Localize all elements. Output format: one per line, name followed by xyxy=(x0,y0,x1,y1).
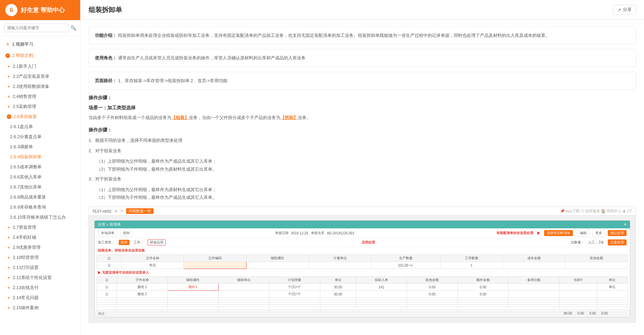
disassembly-term: 【拆卸】 xyxy=(280,115,298,120)
sidebar-item-finance[interactable]: ＋ 2.7资金管理 xyxy=(0,222,80,232)
sidebar-item-label: 2.2产品安装及登录 xyxy=(13,73,49,79)
sidebar-item-help-docs[interactable]: － 2.帮助文档 xyxy=(0,50,80,61)
td-cost-amt xyxy=(503,262,565,269)
total-val4: 0.00 xyxy=(601,312,608,316)
sidebar-item-other-out[interactable]: 2.6.7其他出库单 xyxy=(0,182,80,192)
nav-section-help-docs: － 2.帮助文档 ＋ 2.1新手入门 ＋ 2.2产品安装及登录 ＋ 2.3使用前… xyxy=(0,50,80,313)
sidebar-header: 6 好生意 帮助中心 xyxy=(0,0,80,20)
sidebar-item-cost-recalc[interactable]: 2.6.8商品成本重算 xyxy=(0,192,80,202)
th-unit: 计量单位 xyxy=(309,255,371,262)
step2: 2、对于组装业务 xyxy=(89,147,636,155)
sidebar-item-print[interactable]: ＋ 2.11打印设置 xyxy=(0,263,80,273)
annot-nofixed-label: 无固定清单可在组织在这里录入 xyxy=(102,270,149,275)
sidebar-item-data-prep[interactable]: ＋ 2.3使用前数据准备 xyxy=(0,81,80,92)
th-other-amt2: 其他金额 xyxy=(407,277,458,284)
sidebar-item-label: 1.视频学习 xyxy=(12,41,33,47)
th-extra-amt: 额外金额 xyxy=(458,277,508,284)
search-icon[interactable]: 🔍 xyxy=(70,25,76,31)
app-window: 自营 > 新增单 ✕ 本地清单 拆卸 单据日期 2019-12-26 单据仓库 … xyxy=(94,220,630,318)
sidebar-item-custom[interactable]: ＋ 2.12系统个性化设置 xyxy=(0,273,80,283)
inventory-subitems: 2.6.1盘点单 2.6.2分量盘点单 2.6.3调拨单 2.6.4组装拆卸单 … xyxy=(0,122,80,222)
dropdown-icon: ▼ xyxy=(114,209,118,213)
sidebar-item-transfer[interactable]: 2.6.3调拨单 xyxy=(0,142,80,152)
btn-apply[interactable]: 立案处理 xyxy=(608,239,627,245)
help-docs-subnav: ＋ 2.1新手入门 ＋ 2.2产品安装及登录 ＋ 2.3使用前数据准备 ＋ 2.… xyxy=(0,61,80,313)
search-input[interactable] xyxy=(4,23,68,32)
td-reserve xyxy=(508,284,559,291)
td-reserve2 xyxy=(508,291,559,298)
sidebar-item-inventory-check[interactable]: 2.6.1盘点单 xyxy=(0,122,80,132)
proc-value[interactable]: 拼凑品用 xyxy=(148,239,166,245)
step1: 1、根据不同的业务，选择不同单据的类型来处理 xyxy=(89,136,636,144)
scenario1-intro: 当由多个子件材料组装成一个成品的业务为【组装】业务，当由一个父件拆分成多个子产品… xyxy=(89,114,636,121)
sidebar-item-video-learning[interactable]: ＋ 1.视频学习 xyxy=(0,39,80,50)
page-title: 组装拆卸单 xyxy=(89,5,122,14)
sidebar-item-payment[interactable]: ＋ 2.13在线支付 xyxy=(0,283,80,293)
sidebar-item-inventory[interactable]: － 2.6库存核算 xyxy=(0,112,80,122)
step3: 3、对于拆装业务 xyxy=(89,175,636,183)
plus-icon: ＋ xyxy=(7,235,11,240)
sidebar-item-ledger-query[interactable]: 2.6.9库存账本查询 xyxy=(0,202,80,212)
sidebar-item-partial-check[interactable]: 2.6.2分量盘点单 xyxy=(0,132,80,142)
td-aux-attr xyxy=(246,262,309,269)
sidebar-item-faq[interactable]: ＋ 2.14常见问题 xyxy=(0,293,80,303)
annot-bom-label: 有装配清单的在这里处理 xyxy=(496,231,533,235)
btn-more[interactable]: 更多 xyxy=(592,230,605,236)
intro-label: 功能介绍： xyxy=(95,33,117,38)
btn-edit[interactable]: 编辑 xyxy=(577,230,590,236)
sidebar-item-purchase[interactable]: ＋ 2.5采购管理 xyxy=(0,102,80,112)
company-code: TEST-H002 xyxy=(92,209,111,213)
sidebar-item-ledger-fix[interactable]: 2.6.10库存账本搞错了怎么办 xyxy=(0,212,80,222)
btn-discard[interactable]: 拆卸 xyxy=(120,230,133,236)
td-plan-qty2: 个(1)+个 xyxy=(269,284,320,291)
app-titlebar: 自营 > 新增单 ✕ xyxy=(95,221,630,228)
page-content: 功能介绍： 组装拆卸单用来处理企业组装或拆卸等加工业务，支持有固定装配清单的产品… xyxy=(80,20,644,335)
plus-icon: ＋ xyxy=(7,305,11,311)
bottom-table-area: ☑ 子件名称 辅助属性 辅助单位 计划用量 单位 实际入单 其他金额 额外金额 xyxy=(95,276,630,310)
role-text: 通常由生产人员或库管人员完成拆装业务的操作，库管人员确认原材料的出库和产成品的入… xyxy=(118,55,306,60)
sidebar-item-cost-adjust[interactable]: 2.6.5成本调整单 xyxy=(0,162,80,172)
sidebar-item-sales[interactable]: ＋ 2.4销售管理 xyxy=(0,92,80,102)
totals-bar: 共计 99.00 0.00 0.00 0.00 xyxy=(95,310,630,317)
sidebar-item-cases[interactable]: ＋ 2.15操作案例 xyxy=(0,303,80,313)
td-curr-v xyxy=(559,284,597,291)
qty-value: 人工：2张 xyxy=(588,240,604,245)
plus-icon: ＋ xyxy=(7,255,11,261)
td-extra-amt3: 0.00 xyxy=(458,291,508,298)
sidebar-item-label: 2.6库存核算 xyxy=(13,114,37,120)
sidebar-item-ops[interactable]: ＋ 2.10经营管理 xyxy=(0,253,80,263)
sidebar-item-coupon[interactable]: ＋ 2.9优惠券管理 xyxy=(0,242,80,253)
close-icon[interactable]: ✕ xyxy=(624,222,627,227)
td-aux-unit3 xyxy=(218,291,269,298)
plus-icon: ＋ xyxy=(7,64,11,69)
share-button[interactable]: ↗ 分享 xyxy=(613,5,636,15)
table-row xyxy=(97,307,628,310)
sidebar-item-mobile[interactable]: ＋ 2.8手机旺铺 xyxy=(0,232,80,242)
sidebar-item-label: 2.8手机旺铺 xyxy=(13,234,36,240)
doc-type-label: 加工类型： xyxy=(98,240,115,245)
th-aux-attr2: 辅助属性 xyxy=(167,277,218,284)
plus-icon: ＋ xyxy=(7,275,11,281)
td-parent-code[interactable] xyxy=(184,262,246,269)
sidebar-item-label: 2.5采购管理 xyxy=(13,104,36,110)
op-steps-title: 操作步骤： xyxy=(89,127,636,133)
td-unit-val: 30.00 xyxy=(320,284,356,291)
td-extra1[interactable]: 额外1 xyxy=(167,284,218,291)
td-cb2: ☑ xyxy=(97,284,117,291)
search-box[interactable]: 🔍 xyxy=(0,20,80,36)
btn-confirm[interactable]: 确认处理 xyxy=(608,230,627,236)
sidebar-item-assembly[interactable]: 2.6.4组装拆卸单 xyxy=(0,152,80,162)
th-checkbox: ☑ xyxy=(97,255,121,262)
step3-sub: （1）上部明细为父件明细，最终作为原材料生成其它出库单； （2）下部明细为子件明… xyxy=(89,186,636,202)
role-label: 使用角色： xyxy=(95,55,117,60)
period-data-btn[interactable]: 同期数据一览 xyxy=(126,208,154,214)
btn-save[interactable]: 本地清单 xyxy=(98,230,117,236)
sidebar-item-install[interactable]: ＋ 2.2产品安装及登录 xyxy=(0,71,80,81)
btn-bom[interactable]: 选择对应料清单 xyxy=(544,230,573,236)
sidebar-item-other-in[interactable]: 2.6.6其他入库单 xyxy=(0,172,80,182)
intro-block: 功能介绍： 组装拆卸单用来处理企业组装或拆卸等加工业务，支持有固定装配清单的产品… xyxy=(89,26,636,44)
assembly-term: 【组装】 xyxy=(171,115,189,120)
annotation-row: 组装业务、拆卸业务在这里切换 xyxy=(95,247,630,254)
sidebar-item-beginner[interactable]: ＋ 2.1新手入门 xyxy=(0,61,80,71)
refresh-icon: ⟳ xyxy=(120,209,123,213)
